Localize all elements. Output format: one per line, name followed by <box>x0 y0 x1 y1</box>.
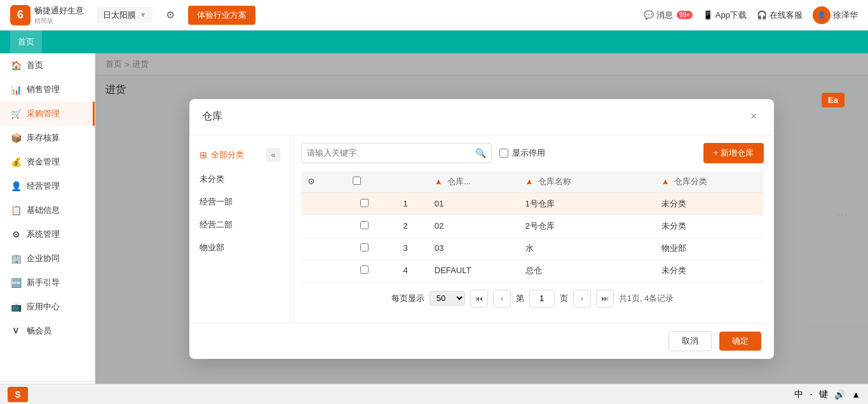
category-item-operations2[interactable]: 经营二部 <box>189 214 290 236</box>
toolbar: 🔍 显示停用 + 新增仓库 <box>301 143 764 163</box>
app-download-item[interactable]: 📱 App下载 <box>703 10 747 21</box>
grid-icon: ⊞ <box>200 150 207 160</box>
settings-icon-button[interactable]: ⚙ <box>160 5 180 25</box>
taskbar-chinese-icon[interactable]: 中 <box>794 389 803 400</box>
search-input[interactable] <box>307 148 475 158</box>
messages-badge: 99+ <box>677 11 693 19</box>
row-code: 01 <box>428 192 519 215</box>
taskbar-dot-icon[interactable]: · <box>810 387 813 401</box>
add-warehouse-button[interactable]: + 新增仓库 <box>703 143 764 163</box>
row-settings <box>301 237 346 259</box>
category-item-unclassified[interactable]: 未分类 <box>189 168 290 190</box>
taskbar-sound-icon[interactable]: 🔊 <box>834 389 845 400</box>
sidebar-item-membership[interactable]: V 畅会员 <box>0 319 95 343</box>
warehouse-modal: 仓库 × ⊞ 全部分类 « 未分类 <box>189 99 774 359</box>
page-last-button[interactable]: ⏭ <box>596 290 614 307</box>
logo-text: 畅捷通好生意 精简版 <box>34 5 84 25</box>
ea-badge: Ea <box>822 93 844 107</box>
table-area: 🔍 显示停用 + 新增仓库 ⚙ <box>291 135 774 323</box>
sidebar-item-home[interactable]: 🏠 首页 <box>0 53 95 77</box>
row-category: 未分类 <box>655 192 764 215</box>
category-item-operations1[interactable]: 经营一部 <box>189 191 290 213</box>
sidebar-item-purchase[interactable]: 🛒 采购管理 <box>0 102 95 126</box>
table-row[interactable]: 4 DEFAULT 总仓 未分类 <box>301 259 764 281</box>
sidebar-item-apps[interactable]: 📺 应用中心 <box>0 295 95 319</box>
logo-area: 6 畅捷通好生意 精简版 <box>10 5 84 25</box>
table-row[interactable]: 2 02 2号仓库 未分类 <box>301 215 764 237</box>
confirm-button[interactable]: 确定 <box>719 332 761 351</box>
table-row[interactable]: 1 01 1号仓库 未分类 <box>301 192 764 215</box>
sales-icon: 📊 <box>10 84 22 95</box>
top-header: 6 畅捷通好生意 精简版 日太阳膜 ▼ ⚙ 体验行业方案 💬 消息 99+ 📱 … <box>0 0 868 30</box>
online-service-item[interactable]: 🎧 在线客服 <box>757 10 803 21</box>
row-checkbox-4[interactable] <box>360 266 369 274</box>
sort-icon: ▲ <box>435 177 443 186</box>
warehouse-table: ⚙ ▲ 仓库... <box>301 171 764 282</box>
sidebar: 🏠 首页 📊 销售管理 🛒 采购管理 📦 库存核算 💰 资金管理 👤 经营管理 … <box>0 53 95 404</box>
row-category: 未分类 <box>655 259 764 281</box>
page-first-button[interactable]: ⏮ <box>470 290 488 307</box>
sidebar-item-enterprise[interactable]: 🏢 企业协同 <box>0 246 95 271</box>
mobile-icon: 📱 <box>703 10 713 20</box>
taskbar: S 中 · 键 🔊 ▲ <box>0 384 868 404</box>
modal-close-button[interactable]: × <box>746 109 761 125</box>
main-content: 首页 > 进货 进货 仓库 × ⊞ <box>95 53 868 404</box>
row-code: DEFAULT <box>428 259 519 281</box>
show-disabled-checkbox[interactable] <box>499 149 508 158</box>
sidebar-item-guide[interactable]: 🆕 新手引导 <box>0 271 95 295</box>
col-num-header <box>383 171 428 193</box>
page-prev-button[interactable]: ‹ <box>493 290 511 307</box>
second-nav: 首页 <box>0 30 868 53</box>
row-checkbox-3[interactable] <box>360 243 369 252</box>
search-icon[interactable]: 🔍 <box>475 148 486 158</box>
select-all-checkbox[interactable] <box>353 177 361 185</box>
sidebar-item-sales[interactable]: 📊 销售管理 <box>0 77 95 102</box>
home-icon: 🏠 <box>10 60 22 71</box>
membership-icon: V <box>10 327 22 335</box>
trial-button[interactable]: 体验行业方案 <box>188 6 255 25</box>
row-category: 物业部 <box>655 237 764 259</box>
row-checkbox-1[interactable] <box>360 199 369 207</box>
user-item[interactable]: 👤 徐泽华 <box>813 6 858 24</box>
page-unit: 页 <box>560 293 568 304</box>
show-disabled-label[interactable]: 显示停用 <box>499 147 545 159</box>
sidebar-item-system[interactable]: ⚙ 系统管理 <box>0 222 95 246</box>
category-header[interactable]: ⊞ 全部分类 « <box>189 143 290 167</box>
apps-icon: 📺 <box>10 302 22 312</box>
row-checkbox-2[interactable] <box>360 221 369 229</box>
row-name: 2号仓库 <box>519 215 655 237</box>
page-number-input[interactable] <box>529 290 555 307</box>
row-name: 水 <box>519 237 655 259</box>
category-item-property[interactable]: 物业部 <box>189 237 290 259</box>
col-check-header <box>346 171 383 193</box>
col-code-header: ▲ 仓库... <box>428 171 519 193</box>
messages-item[interactable]: 💬 消息 99+ <box>644 10 693 21</box>
enterprise-icon: 🏢 <box>10 253 22 264</box>
page-info: 共1页, 4条记录 <box>619 293 674 304</box>
sidebar-item-operations[interactable]: 👤 经营管理 <box>0 174 95 198</box>
second-nav-home[interactable]: 首页 <box>10 30 42 53</box>
modal-footer: 取消 确定 <box>189 323 774 359</box>
modal-body: ⊞ 全部分类 « 未分类 经营一部 经营二部 物业部 <box>189 135 774 323</box>
system-icon: ⚙ <box>10 229 22 239</box>
page-size-select[interactable]: 50 20 100 <box>430 291 465 306</box>
company-selector[interactable]: 日太阳膜 ▼ <box>97 7 153 24</box>
sidebar-item-inventory[interactable]: 📦 库存核算 <box>0 126 95 150</box>
page-label: 第 <box>516 293 524 304</box>
collapse-button[interactable]: « <box>266 148 280 162</box>
basic-info-icon: 📋 <box>10 205 22 215</box>
row-code: 02 <box>428 215 519 237</box>
page-next-button[interactable]: › <box>573 290 591 307</box>
row-settings <box>301 215 346 237</box>
row-check <box>346 237 383 259</box>
cancel-button[interactable]: 取消 <box>668 331 712 351</box>
header-right: 💬 消息 99+ 📱 App下载 🎧 在线客服 👤 徐泽华 <box>644 6 858 24</box>
sidebar-item-finance[interactable]: 💰 资金管理 <box>0 150 95 174</box>
taskbar-upload-icon[interactable]: ▲ <box>851 389 860 400</box>
sidebar-item-basic-info[interactable]: 📋 基础信息 <box>0 198 95 222</box>
sort-name-icon: ▲ <box>526 177 534 186</box>
avatar: 👤 <box>813 6 831 24</box>
taskbar-keyboard-icon[interactable]: 键 <box>819 389 828 400</box>
modal-overlay: 仓库 × ⊞ 全部分类 « 未分类 <box>95 53 868 404</box>
table-row[interactable]: 3 03 水 物业部 <box>301 237 764 259</box>
